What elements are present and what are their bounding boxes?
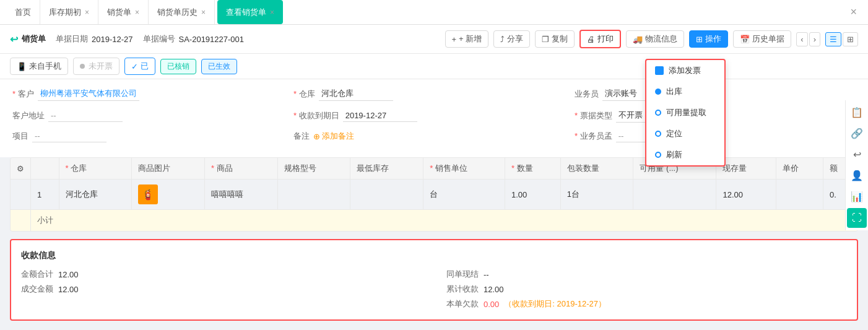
effective-badge: 已生效 [201,59,237,74]
customer-field: 客户 柳州粤港平安气体有限公司 [12,87,293,101]
check-button[interactable]: ✓ 已 [124,58,155,75]
data-table: ⚙ 仓库 商品图片 商品 规格型号 最低库存 销售单位 数量 包装数量 可用量 … [11,158,857,231]
same-order-item: 同单现结 -- [446,269,847,280]
sidebar-icon-4[interactable]: 👤 [847,166,867,186]
form-area: 客户 柳州粤港平安气体有限公司 仓库 河北仓库 业务员 演示账号 客户地址 --… [0,79,868,157]
toolbar-row: 📱 来自手机 未开票 ✓ 已 已核销 已生效 [0,54,868,79]
prev-button[interactable]: ‹ [796,32,807,46]
tab-home[interactable]: 首页 [6,0,40,24]
plus-circle-icon: ⊕ [313,132,320,141]
data-table-container: ⚙ 仓库 商品图片 商品 规格型号 最低库存 销售单位 数量 包装数量 可用量 … [10,157,858,232]
doc-type-label: 销货单 [22,33,46,45]
available-qty-icon [655,110,661,116]
copy-button[interactable]: ❐ 复制 [535,30,575,48]
doc-type-icon: ↩ [10,33,18,45]
row-min-stock [350,180,423,210]
total-amount-item: 金额合计 12.00 [21,269,422,280]
unit-col-header: 销售单位 [423,158,505,180]
current-owed-item: 本单欠款 0.00 （收款到期日: 2019-12-27） [446,298,847,310]
share-icon: ⤴ [500,35,505,44]
tab-sales[interactable]: 销货单 × [98,0,149,24]
pack-qty-col-header: 包装数量 [560,158,633,180]
list-view-toggle[interactable]: ☰ [825,32,841,46]
product-thumbnail: 🧯 [138,185,158,204]
due-date-label: 收款到期日 [293,110,339,121]
nav-arrows: ‹ › [796,32,820,46]
dropdown-refresh[interactable]: 刷新 [646,144,724,165]
dropdown-add-invoice[interactable]: 添加发票 [646,60,724,81]
sidebar-icon-1[interactable]: 📋 [847,103,867,123]
truck-icon: 🚚 [633,35,643,44]
row-current-stock: 12.00 [716,180,776,210]
grid-view-toggle[interactable]: ⊞ [843,32,858,46]
print-button[interactable]: 🖨 打印 [579,30,621,48]
doc-number-meta: 单据编号 SA-20191227-001 [143,33,245,45]
view-toggles: ☰ ⊞ [825,32,858,46]
history-records-button[interactable]: 📅 历史单据 [733,30,791,48]
window-close-button[interactable]: × [845,6,862,19]
tab-history[interactable]: 销货单历史 × [149,0,215,24]
form-row-1: 客户 柳州粤港平安气体有限公司 仓库 河北仓库 业务员 演示账号 [12,87,856,101]
num-col-header [31,158,59,180]
tab-inventory-close[interactable]: × [85,8,89,17]
dropdown-outbound[interactable]: 出库 [646,81,724,102]
current-owed-value: 0.00 [484,300,499,309]
sidebar-icon-5[interactable]: 📊 [847,187,867,207]
dropdown-locate[interactable]: 定位 [646,123,724,144]
locate-icon [655,131,661,137]
history-icon: 📅 [740,35,750,44]
warehouse-field: 仓库 河北仓库 [293,87,575,101]
row-warehouse: 河北仓库 [59,180,132,210]
settings-col-header[interactable]: ⚙ [11,158,31,180]
customer-value[interactable]: 柳州粤港平安气体有限公司 [38,87,139,101]
same-order-label: 同单现结 [446,269,479,280]
subtotal-label: 小计 [31,210,857,232]
transaction-amount-value: 12.00 [58,285,79,294]
qty-col-header: 数量 [505,158,560,180]
ticket-label: 票据类型 [575,110,612,121]
warehouse-value: 河北仓库 [319,87,393,101]
row-unit: 台 [423,180,505,210]
row-available [633,180,716,210]
logistics-button[interactable]: 🚚 物流信息 [626,30,684,48]
from-phone-button[interactable]: 📱 来自手机 [10,58,68,75]
sidebar-icon-expand[interactable]: ⛶ [847,208,867,228]
copy-icon: ❐ [542,35,549,44]
min-stock-col-header: 最低库存 [350,158,423,180]
payment-section: 收款信息 金额合计 12.00 同单现结 -- 成交金额 12.00 累计收款 … [10,239,858,321]
cumulative-payment-item: 累计收款 12.00 [446,284,847,295]
total-amount-value: 12.00 [58,270,79,279]
operations-dropdown: 添加发票 出库 可用量提取 定位 刷新 [645,59,726,167]
tab-bar: 首页 库存期初 × 销货单 × 销货单历史 × 查看销货单 × × [0,0,868,25]
tab-inventory[interactable]: 库存期初 × [40,0,98,24]
employee-label: 业务员 [575,89,599,100]
tab-history-close[interactable]: × [201,8,206,17]
not-open-button[interactable]: 未开票 [73,58,119,75]
cumulative-payment-label: 累计收款 [446,284,479,295]
current-owed-label: 本单欠款 [446,298,479,310]
row-pack-qty: 1台 [560,180,633,210]
sidebar-icon-2[interactable]: 🔗 [847,124,867,144]
tab-view-sales-close[interactable]: × [270,8,274,17]
transaction-amount-item: 成交金额 12.00 [21,284,422,295]
payment-title: 收款信息 [21,250,847,261]
row-image: 🧯 [132,180,205,210]
project-value: -- [32,130,106,142]
share-button[interactable]: ⤴ 分享 [493,30,530,48]
new-button[interactable]: + + 新增 [445,30,489,48]
operations-button[interactable]: ⊞ 操作 [689,30,728,48]
date-label: 单据日期 [56,33,88,45]
tab-sales-close[interactable]: × [135,8,139,17]
spec-col-header: 规格型号 [277,158,350,180]
next-button[interactable]: › [809,32,820,46]
row-product: 嘻嘻嘻嘻 [205,180,278,210]
same-order-value: -- [484,270,489,279]
phone-icon: 📱 [17,62,27,71]
dropdown-available-qty[interactable]: 可用量提取 [646,102,724,123]
table-row: 1 河北仓库 🧯 嘻嘻嘻嘻 台 1.00 1台 12.00 [11,180,857,210]
sidebar-icon-3[interactable]: ↩ [847,145,867,165]
number-label: 单据编号 [143,33,175,45]
tab-view-sales[interactable]: 查看销货单 × [217,0,283,24]
salesperson-label: 业务员孟 [575,131,612,142]
add-note-button[interactable]: ⊕ 添加备注 [313,131,354,142]
